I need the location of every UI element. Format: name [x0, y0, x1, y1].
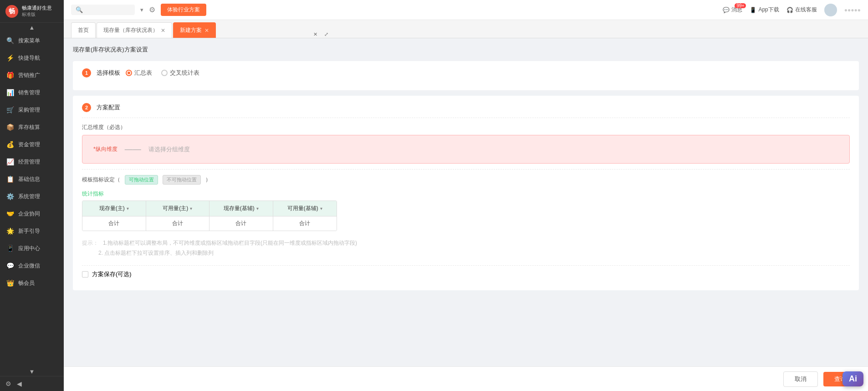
col-header-1-chevron: ▾ [190, 206, 192, 211]
indicator-settings-row: 模板指标设定（ 可拖动位置 不可拖动位置 ） [82, 175, 850, 185]
app-download-button[interactable]: 📱 App下载 [750, 6, 779, 14]
username-label: ●●●●● [844, 7, 861, 13]
sidebar-item-wechat[interactable]: 💬 企业微信 [0, 257, 64, 274]
online-service-button[interactable]: 🎧 在线客服 [786, 6, 817, 14]
cancel-button[interactable]: 取消 [783, 371, 818, 387]
tip-title: 提示： 1.拖动标题栏可以调整布局，不可跨维度或指标区域拖动栏目字段(只能在同一… [82, 238, 850, 248]
message-button[interactable]: 💬 消息 99+ [723, 6, 742, 14]
tip-1: 2. 点击标题栏下拉可设置排序、插入列和删除列 [98, 248, 850, 258]
col-header-2[interactable]: 现存量(基辅) ▾ [209, 201, 273, 216]
sidebar-item-system[interactable]: ⚙️ 系统管理 [0, 188, 64, 205]
dimension-label: 汇总维度（必选） [82, 123, 850, 131]
col-header-0[interactable]: 现存量(主) ▾ [82, 201, 146, 216]
sidebar-item-basic-info[interactable]: 📋 基础信息 [0, 170, 64, 188]
sidebar-scroll-down[interactable]: ▼ [0, 367, 64, 376]
dropdown-icon[interactable]: ▾ [140, 6, 143, 13]
message-badge: 99+ [735, 3, 746, 8]
radio-summary[interactable]: 汇总表 [126, 69, 152, 77]
ai-fab-button[interactable]: Ai [842, 371, 863, 386]
sidebar-item-new-guide[interactable]: 🌟 新手引导 [0, 222, 64, 240]
sidebar-item-search[interactable]: 🔍 搜索菜单 [0, 32, 64, 49]
radio-summary-dot [126, 70, 132, 76]
logo-text: 畅康通好生意 标准版 [22, 5, 52, 18]
sales-icon: 📊 [5, 88, 15, 97]
inventory-icon: 📦 [5, 123, 15, 132]
radio-cross[interactable]: 交叉统计表 [161, 69, 199, 77]
online-service-label: 在线客服 [795, 6, 817, 14]
sidebar-item-app-center[interactable]: 📱 应用中心 [0, 240, 64, 257]
search-icon: 🔍 [5, 36, 15, 45]
sidebar-item-cooperation[interactable]: 🤝 企业协同 [0, 205, 64, 222]
col-header-2-chevron: ▾ [256, 206, 259, 211]
window-controls: ✕ ⤢ [220, 31, 330, 38]
marketing-icon: 🎁 [5, 71, 15, 80]
settings-icon[interactable]: ⚙ [5, 380, 11, 387]
close-window-button[interactable]: ✕ [311, 31, 319, 38]
indicator-close-paren: ） [205, 176, 211, 184]
sidebar-item-quick-nav[interactable]: ⚡ 快捷导航 [0, 49, 64, 67]
col-header-2-label: 现存量(基辅) [224, 205, 255, 212]
sidebar-item-label: 应用中心 [18, 245, 40, 252]
sidebar-item-label: 库存核算 [18, 123, 40, 131]
tab-inventory-status-label: 现存量（库存状况表） [103, 26, 158, 34]
col-header-1-label: 可用量(主) [163, 205, 188, 212]
sidebar-scroll-up[interactable]: ▲ [0, 23, 64, 32]
col-header-3-chevron: ▾ [320, 206, 322, 211]
sidebar-item-finance[interactable]: 💰 资金管理 [0, 136, 64, 153]
tab-home[interactable]: 首页 [71, 22, 96, 38]
stat-cell-1: 合计 [146, 216, 210, 231]
message-icon: 💬 [723, 7, 730, 13]
sidebar-item-member[interactable]: 👑 畅会员 [0, 274, 64, 292]
required-label: *纵向维度 [93, 145, 117, 153]
sidebar-item-inventory[interactable]: 📦 库存核算 [0, 118, 64, 136]
dimension-placeholder: 请选择分组维度 [148, 145, 190, 154]
purchase-icon: 🛒 [5, 105, 15, 114]
sidebar: 畅 畅康通好生意 标准版 ▲ 🔍 搜索菜单 ⚡ 快捷导航 🎁 营销推广 📊 销售… [0, 0, 64, 391]
sidebar-item-label: 快捷导航 [18, 54, 40, 62]
sidebar-item-label: 搜索菜单 [18, 37, 40, 45]
collapse-icon[interactable]: ◀ [17, 380, 22, 387]
save-checkbox[interactable] [82, 271, 88, 278]
indicator-settings-label: 模板指标设定（ [82, 176, 120, 184]
sidebar-item-operations[interactable]: 📈 经营管理 [0, 153, 64, 170]
tab-inventory-status-close[interactable]: ✕ [161, 27, 165, 34]
finance-icon: 💰 [5, 140, 15, 149]
basic-info-icon: 📋 [5, 175, 15, 184]
tab-inventory-status[interactable]: 现存量（库存状况表） ✕ [97, 22, 172, 38]
radio-cross-dot [161, 70, 168, 76]
expand-window-button[interactable]: ⤢ [322, 31, 330, 38]
col-header-1[interactable]: 可用量(主) ▾ [146, 201, 210, 216]
app-center-icon: 📱 [5, 244, 15, 253]
headset-icon: 🎧 [786, 7, 793, 13]
tab-new-scheme-label: 新建方案 [180, 26, 202, 34]
col-header-3[interactable]: 可用量(基辅) ▾ [273, 201, 337, 216]
sidebar-item-marketing[interactable]: 🎁 营销推广 [0, 67, 64, 84]
system-icon: ⚙️ [5, 192, 15, 201]
quick-nav-icon: ⚡ [5, 53, 15, 62]
sidebar-item-label: 系统管理 [18, 193, 40, 201]
search-icon: 🔍 [76, 6, 83, 13]
sidebar-item-label: 营销推广 [18, 72, 40, 79]
divider1 [82, 118, 850, 118]
wechat-icon: 💬 [5, 261, 15, 270]
search-box[interactable]: 🔍 [71, 5, 135, 15]
sidebar-item-sales[interactable]: 📊 销售管理 [0, 84, 64, 101]
sidebar-item-purchase[interactable]: 🛒 采购管理 [0, 101, 64, 118]
save-label: 方案保存(可选) [92, 270, 132, 278]
sidebar-item-label: 新手引导 [18, 227, 40, 235]
stat-table: 现存量(主) ▾ 可用量(主) ▾ 现存量(基辅) ▾ 可用量(基辅) [82, 201, 337, 231]
topbar: 🔍 ▾ ⚙ 体验行业方案 💬 消息 99+ 📱 App下载 🎧 在线客服 ●●●… [64, 0, 868, 20]
tab-new-scheme[interactable]: 新建方案 ✕ [173, 22, 216, 38]
step2-badge: 2 [82, 103, 91, 112]
gear-icon[interactable]: ⚙ [149, 5, 155, 14]
app-download-label: App下载 [758, 6, 779, 14]
industry-solution-button[interactable]: 体验行业方案 [161, 4, 206, 16]
radio-summary-label: 汇总表 [134, 69, 152, 77]
arrow-label: —— [125, 144, 141, 154]
search-input[interactable] [86, 7, 127, 13]
user-avatar[interactable] [824, 4, 837, 16]
stat-cell-0: 合计 [82, 216, 146, 231]
tab-new-scheme-close[interactable]: ✕ [204, 27, 209, 34]
dimension-pink-box[interactable]: *纵向维度 —— 请选择分组维度 [82, 135, 850, 164]
sidebar-item-label: 资金管理 [18, 141, 40, 149]
